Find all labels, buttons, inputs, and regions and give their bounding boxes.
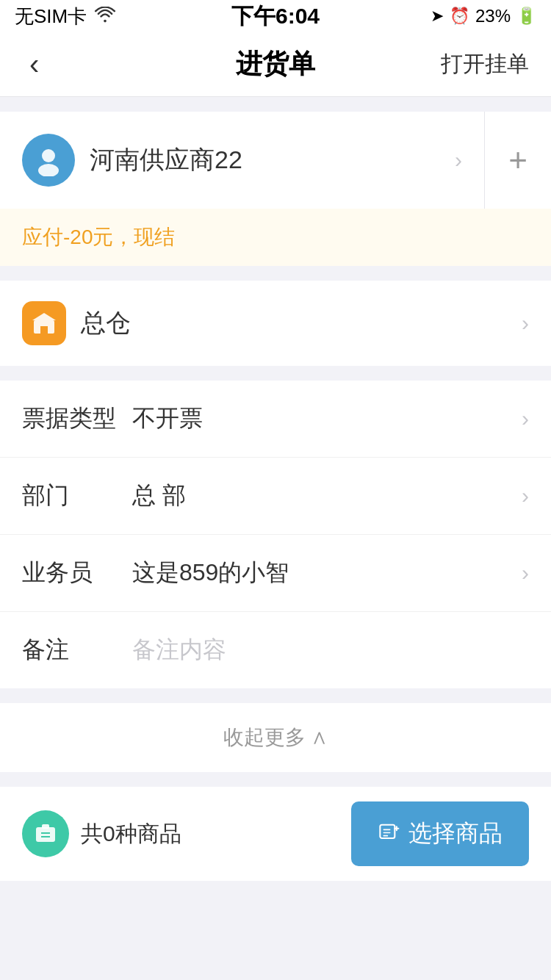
- salesman-chevron-icon: ›: [522, 561, 529, 586]
- status-left: 无SIM卡: [15, 4, 116, 29]
- product-count-text: 共0种商品: [81, 819, 181, 849]
- add-supplier-button[interactable]: +: [485, 112, 551, 209]
- invoice-type-row[interactable]: 票据类型 不开票 ›: [0, 381, 551, 458]
- svg-point-0: [42, 149, 55, 162]
- remark-input[interactable]: 备注内容: [132, 634, 529, 666]
- svg-point-1: [38, 164, 59, 176]
- remark-label: 备注: [22, 634, 118, 666]
- product-icon: [22, 810, 69, 857]
- wifi-icon: [94, 5, 116, 28]
- warehouse-icon: [22, 301, 66, 345]
- notice-text: 应付-20元，现结: [22, 226, 175, 248]
- salesman-label: 业务员: [22, 557, 118, 589]
- bottom-bar: 共0种商品 选择商品: [0, 787, 551, 881]
- open-pending-button[interactable]: 打开挂单: [441, 49, 529, 79]
- department-row[interactable]: 部门 总 部 ›: [0, 458, 551, 535]
- department-label: 部门: [22, 480, 118, 512]
- remark-row[interactable]: 备注 备注内容: [0, 612, 551, 688]
- nav-bar: ‹ 进货单 打开挂单: [0, 32, 551, 97]
- select-product-icon: [378, 820, 400, 848]
- salesman-value: 这是859的小智: [132, 557, 514, 589]
- alarm-icon: ⏰: [450, 7, 469, 26]
- svg-rect-6: [42, 824, 49, 829]
- battery-icon: 🔋: [516, 7, 536, 26]
- warehouse-name: 总仓: [81, 306, 514, 340]
- status-time: 下午6:04: [231, 1, 320, 32]
- location-icon: ➤: [431, 7, 444, 26]
- department-value: 总 部: [132, 480, 514, 512]
- svg-rect-4: [40, 326, 48, 334]
- status-right: ➤ ⏰ 23% 🔋: [431, 6, 536, 26]
- invoice-type-value: 不开票: [132, 403, 514, 435]
- warehouse-section: 总仓 ›: [0, 281, 551, 366]
- back-button[interactable]: ‹: [22, 40, 46, 88]
- supplier-name: 河南供应商22: [90, 143, 447, 177]
- supplier-selector[interactable]: 河南供应商22 ›: [0, 112, 485, 209]
- warehouse-selector[interactable]: 总仓 ›: [0, 281, 551, 366]
- add-icon: +: [508, 142, 527, 179]
- supplier-chevron-icon: ›: [455, 148, 462, 173]
- status-bar: 无SIM卡 下午6:04 ➤ ⏰ 23% 🔋: [0, 0, 551, 32]
- form-section: 票据类型 不开票 › 部门 总 部 › 业务员 这是859的小智 › 备注 备注…: [0, 381, 551, 688]
- salesman-row[interactable]: 业务员 这是859的小智 ›: [0, 535, 551, 612]
- svg-marker-3: [32, 313, 56, 320]
- invoice-type-label: 票据类型: [22, 403, 118, 435]
- page-background: [0, 881, 551, 980]
- invoice-chevron-icon: ›: [522, 406, 529, 431]
- supplier-section: 河南供应商22 › +: [0, 112, 551, 209]
- carrier-text: 无SIM卡: [15, 4, 87, 29]
- battery-text: 23%: [475, 6, 511, 26]
- select-product-label: 选择商品: [408, 818, 503, 850]
- notice-bar: 应付-20元，现结: [0, 209, 551, 266]
- select-product-button[interactable]: 选择商品: [351, 801, 529, 866]
- page-title: 进货单: [236, 46, 315, 82]
- dept-chevron-icon: ›: [522, 483, 529, 508]
- product-count-area: 共0种商品: [22, 810, 181, 857]
- supplier-avatar: [22, 134, 75, 187]
- collapse-label: 收起更多 ∧: [223, 724, 328, 752]
- collapse-button[interactable]: 收起更多 ∧: [0, 703, 551, 772]
- warehouse-chevron-icon: ›: [522, 311, 529, 336]
- svg-rect-5: [36, 827, 55, 842]
